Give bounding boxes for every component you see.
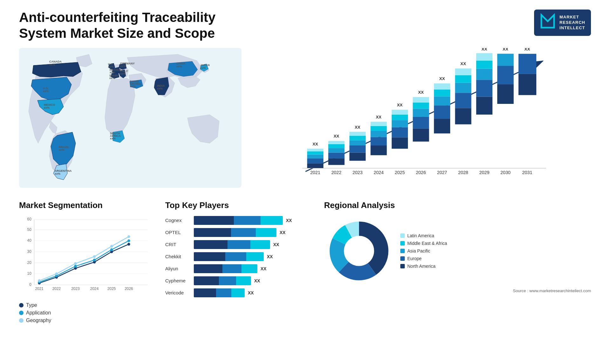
key-players-title: Top Key Players <box>165 200 311 210</box>
svg-text:xx%: xx% <box>120 72 126 75</box>
player-bar-wrap-vericode: XX <box>194 288 311 297</box>
legend-europe: Europe <box>400 256 447 261</box>
page-title: Anti-counterfeiting Traceability System … <box>19 10 241 42</box>
player-bar-cypheme <box>194 276 251 285</box>
svg-text:2023: 2023 <box>352 170 363 175</box>
svg-point-137 <box>74 265 77 268</box>
svg-rect-98 <box>518 74 536 95</box>
svg-rect-72 <box>434 119 450 133</box>
player-bar-crit <box>194 240 270 249</box>
header: Anti-counterfeiting Traceability System … <box>19 10 591 42</box>
player-bar-wrap-crit: XX <box>194 240 311 249</box>
svg-text:XX: XX <box>355 125 360 130</box>
growth-chart-area: XX XX XX XX <box>254 48 591 188</box>
legend-middle-east: Middle East & Africa <box>400 241 447 246</box>
svg-text:xx%: xx% <box>44 106 50 109</box>
svg-text:xx%: xx% <box>109 77 115 80</box>
svg-rect-68 <box>413 109 429 117</box>
svg-rect-95 <box>497 84 513 104</box>
svg-rect-99 <box>518 54 536 74</box>
svg-text:30: 30 <box>27 249 32 254</box>
svg-rect-39 <box>307 151 323 154</box>
svg-rect-70 <box>413 97 429 102</box>
legend-geography: Geography <box>19 318 152 323</box>
legend-dot-type <box>19 303 24 307</box>
svg-rect-76 <box>434 83 450 89</box>
bottom-section: Market Segmentation 0 10 <box>19 200 591 323</box>
world-map-svg: CANADA xx% U.S. xx% MEXICO xx% BRAZIL xx… <box>19 48 241 188</box>
legend-application: Application <box>19 310 152 316</box>
player-bar-vericode <box>194 288 245 297</box>
logo-text: MARKET RESEARCH INTELLECT <box>559 15 585 31</box>
regional-title: Regional Analysis <box>324 200 591 210</box>
legend-dot-application <box>19 311 24 315</box>
player-name-cypheme: Cypheme <box>165 278 191 283</box>
player-bar-wrap-cognex: XX <box>194 216 311 225</box>
svg-rect-94 <box>497 66 513 84</box>
player-bar-cognex <box>194 216 283 225</box>
svg-point-144 <box>93 255 96 258</box>
svg-rect-66 <box>413 129 429 142</box>
svg-rect-43 <box>328 152 344 158</box>
donut-legend: Latin America Middle East & Africa Asia … <box>400 233 447 269</box>
svg-rect-81 <box>455 75 471 83</box>
svg-rect-56 <box>370 131 387 137</box>
source-text: Source : www.marketresearchintellect.com <box>324 288 591 293</box>
svg-text:xx%: xx% <box>55 172 60 175</box>
svg-rect-50 <box>349 140 366 145</box>
player-row-cognex: Cognex XX <box>165 216 311 225</box>
svg-text:XX: XX <box>397 103 403 107</box>
svg-text:10: 10 <box>27 271 32 276</box>
svg-rect-78 <box>455 108 471 124</box>
svg-text:2025: 2025 <box>395 170 405 175</box>
svg-rect-60 <box>392 137 408 149</box>
legend-north-america: North America <box>400 264 447 269</box>
svg-text:2026: 2026 <box>125 286 133 291</box>
svg-point-143 <box>74 262 77 265</box>
svg-text:xx%: xx% <box>43 90 49 93</box>
svg-text:2021: 2021 <box>310 170 320 175</box>
players-list: Cognex XX OPTEL <box>165 216 311 297</box>
svg-rect-80 <box>455 83 471 93</box>
legend-dot-geography <box>19 318 24 323</box>
svg-rect-69 <box>413 103 429 109</box>
map-area: CANADA xx% U.S. xx% MEXICO xx% BRAZIL xx… <box>19 48 241 188</box>
seg-chart-svg: 0 10 20 30 40 50 60 <box>19 216 152 299</box>
svg-text:xx%: xx% <box>176 65 182 68</box>
svg-text:xx%: xx% <box>108 65 114 68</box>
player-row-chekkit: Chekkit XX <box>165 252 311 261</box>
legend-color-na <box>400 264 405 268</box>
svg-rect-74 <box>434 96 450 105</box>
svg-text:XX: XX <box>312 142 318 146</box>
legend-color-apac <box>400 249 405 253</box>
svg-text:XX: XX <box>503 48 508 51</box>
svg-rect-75 <box>434 90 450 96</box>
svg-text:xx%: xx% <box>120 64 126 68</box>
player-row-cypheme: Cypheme XX <box>165 276 311 285</box>
svg-text:2026: 2026 <box>416 170 426 175</box>
page-container: Anti-counterfeiting Traceability System … <box>0 0 610 364</box>
logo-box: MARKET RESEARCH INTELLECT <box>534 10 591 36</box>
svg-rect-57 <box>370 126 387 131</box>
player-bar-wrap-cypheme: XX <box>194 276 311 285</box>
svg-rect-96 <box>497 54 513 66</box>
svg-rect-42 <box>328 158 344 165</box>
svg-rect-87 <box>476 61 492 69</box>
svg-rect-67 <box>413 117 429 129</box>
svg-text:XX: XX <box>439 76 445 81</box>
player-bar-wrap-chekkit: XX <box>194 252 311 261</box>
svg-text:xx%: xx% <box>157 87 163 90</box>
svg-rect-73 <box>434 105 450 119</box>
segmentation-title: Market Segmentation <box>19 200 152 210</box>
svg-rect-48 <box>349 152 366 161</box>
svg-rect-36 <box>307 163 323 168</box>
svg-text:2030: 2030 <box>500 170 511 175</box>
svg-text:xx%: xx% <box>110 137 116 140</box>
svg-text:XX: XX <box>460 61 466 66</box>
donut-container: Latin America Middle East & Africa Asia … <box>324 216 591 286</box>
svg-text:60: 60 <box>27 217 32 221</box>
svg-rect-54 <box>370 145 387 155</box>
svg-rect-46 <box>328 141 344 144</box>
player-row-vericode: Vericode XX <box>165 288 311 297</box>
svg-text:2031: 2031 <box>522 170 532 175</box>
